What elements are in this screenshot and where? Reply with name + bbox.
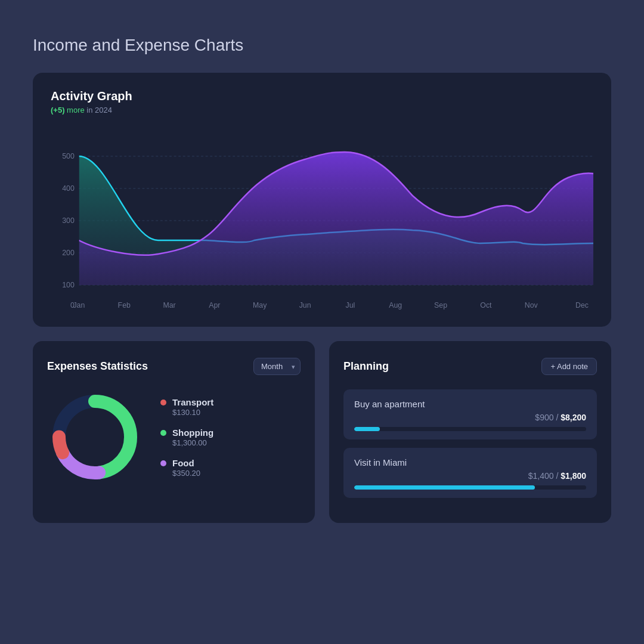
legend-dot-food (160, 460, 166, 466)
expenses-card: Expenses Statistics Month Week Year (33, 341, 315, 523)
svg-text:Feb: Feb (118, 301, 131, 309)
activity-graph-subtitle: (+5) more in 2024 (51, 106, 593, 114)
svg-text:Sep: Sep (434, 301, 447, 309)
bottom-row: Expenses Statistics Month Week Year (33, 341, 611, 523)
page-title: Income and Expense Charts (33, 36, 611, 55)
expenses-header: Expenses Statistics Month Week Year (47, 358, 301, 375)
svg-text:Mar: Mar (163, 301, 175, 309)
progress-bar-fill-1 (354, 485, 535, 490)
svg-text:Nov: Nov (525, 301, 538, 309)
svg-text:Jan: Jan (73, 301, 85, 309)
expenses-legend: Transport $130.10 Shopping $1,300.00 (160, 397, 213, 478)
legend-item-shopping: Shopping $1,300.00 (160, 428, 213, 447)
activity-graph-title: Activity Graph (51, 89, 593, 103)
planning-item-1: Visit in Miami $1,400 / $1,800 (343, 448, 597, 498)
legend-label-transport: Transport (172, 397, 213, 407)
planning-current-0: $900 (535, 413, 553, 422)
svg-text:100: 100 (62, 281, 75, 289)
planning-amounts-0: $900 / $8,200 (354, 413, 586, 422)
activity-more: more (67, 106, 85, 114)
svg-text:Apr: Apr (209, 301, 220, 309)
svg-text:500: 500 (62, 152, 75, 160)
svg-text:Jun: Jun (299, 301, 311, 309)
svg-text:400: 400 (62, 184, 75, 193)
legend-text-transport: Transport $130.10 (172, 397, 213, 417)
svg-text:Dec: Dec (575, 301, 589, 309)
planning-item-name-0: Buy an apartment (354, 399, 586, 409)
add-note-button[interactable]: + Add note (541, 358, 597, 375)
page-container: Income and Expense Charts Activity Graph… (0, 0, 644, 547)
svg-text:May: May (253, 301, 267, 309)
legend-dot-transport (160, 400, 166, 405)
expenses-content: Transport $130.10 Shopping $1,300.00 (47, 389, 301, 485)
legend-item-food: Food $350.20 (160, 458, 213, 478)
planning-title: Planning (343, 360, 389, 373)
month-select-wrapper[interactable]: Month Week Year (253, 358, 301, 375)
legend-amount-food: $350.20 (172, 469, 200, 478)
legend-amount-shopping: $1,300.00 (172, 438, 213, 447)
legend-dot-shopping (160, 430, 166, 436)
planning-total-1: $1,800 (561, 471, 586, 481)
legend-label-food: Food (172, 458, 200, 468)
legend-item-transport: Transport $130.10 (160, 397, 213, 417)
planning-header: Planning + Add note (343, 358, 597, 375)
donut-chart (47, 389, 143, 485)
svg-text:Aug: Aug (389, 301, 402, 309)
legend-text-food: Food $350.20 (172, 458, 200, 478)
expenses-title: Expenses Statistics (47, 360, 148, 373)
planning-item-0: Buy an apartment $900 / $8,200 (343, 389, 597, 439)
activity-card: Activity Graph (+5) more in 2024 (33, 73, 611, 327)
progress-bar-fill-0 (354, 427, 380, 431)
svg-text:Jul: Jul (346, 301, 355, 309)
planning-current-1: $1,400 (528, 471, 554, 481)
svg-text:300: 300 (62, 216, 75, 225)
progress-bar-bg-0 (354, 427, 586, 431)
planning-card: Planning + Add note Buy an apartment $90… (329, 341, 611, 523)
progress-bar-bg-1 (354, 485, 586, 490)
legend-text-shopping: Shopping $1,300.00 (172, 428, 213, 447)
svg-text:Oct: Oct (480, 301, 492, 309)
legend-label-shopping: Shopping (172, 428, 213, 438)
planning-item-name-1: Visit in Miami (354, 457, 586, 467)
svg-text:200: 200 (62, 249, 75, 257)
month-select[interactable]: Month Week Year (253, 358, 301, 375)
activity-chart-area: 500 400 300 200 100 0 Jan Feb Mar A (51, 124, 593, 315)
activity-chart-svg: 500 400 300 200 100 0 Jan Feb Mar A (51, 124, 593, 315)
activity-year: in 2024 (86, 106, 112, 114)
planning-amounts-1: $1,400 / $1,800 (354, 471, 586, 481)
activity-plus: (+5) (51, 106, 64, 114)
legend-amount-transport: $130.10 (172, 408, 213, 417)
add-note-label: + Add note (550, 362, 588, 371)
planning-total-0: $8,200 (561, 413, 586, 422)
donut-svg (47, 389, 143, 485)
